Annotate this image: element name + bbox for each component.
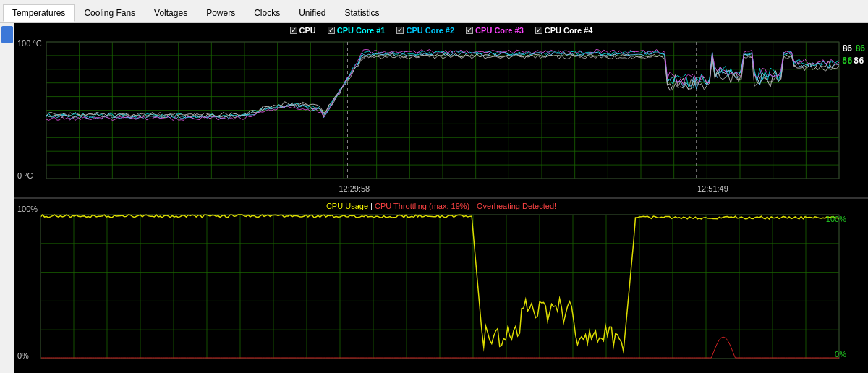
- tab-unified[interactable]: Unified: [289, 4, 335, 21]
- time-label-1: 12:29:58: [339, 184, 370, 193]
- sidebar-indicator: [1, 26, 13, 43]
- temp-legend: CPU CPU Core #1 CPU Core #2 CPU Core #3 …: [14, 26, 868, 35]
- usage-title-yellow: CPU Usage: [326, 202, 368, 210]
- usage-chart: CPU Usage | CPU Throttling (max: 19%) - …: [14, 199, 868, 373]
- legend-core4-label: CPU Core #4: [545, 26, 593, 35]
- usage-title: CPU Usage | CPU Throttling (max: 19%) - …: [14, 202, 868, 210]
- tab-cooling-fans[interactable]: Cooling Fans: [75, 4, 145, 21]
- legend-core1[interactable]: CPU Core #1: [328, 26, 386, 35]
- tab-voltages[interactable]: Voltages: [145, 4, 197, 21]
- tab-powers[interactable]: Powers: [197, 4, 244, 21]
- legend-core2-checkbox[interactable]: [396, 27, 404, 34]
- legend-cpu-label: CPU: [299, 26, 316, 35]
- legend-cpu[interactable]: CPU: [290, 26, 316, 35]
- charts-area: CPU CPU Core #1 CPU Core #2 CPU Core #3 …: [14, 23, 868, 373]
- usage-y-right-top: 100%: [826, 215, 846, 223]
- legend-core3[interactable]: CPU Core #3: [466, 26, 524, 35]
- legend-core4-checkbox[interactable]: [535, 27, 542, 34]
- tab-bar: Temperatures Cooling Fans Voltages Power…: [0, 0, 868, 23]
- current-value-white: 86: [843, 43, 852, 53]
- usage-title-red: CPU Throttling (max: 19%) - Overheating …: [375, 202, 556, 210]
- legend-cpu-checkbox[interactable]: [290, 27, 297, 34]
- main-content: CPU CPU Core #1 CPU Core #2 CPU Core #3 …: [0, 23, 868, 373]
- usage-y-right-bottom: 0%: [835, 350, 846, 359]
- legend-core4[interactable]: CPU Core #4: [535, 26, 593, 35]
- legend-core2[interactable]: CPU Core #2: [396, 26, 454, 35]
- tab-statistics[interactable]: Statistics: [336, 4, 389, 21]
- sidebar: [0, 23, 14, 373]
- legend-core3-checkbox[interactable]: [466, 27, 473, 34]
- usage-y-bottom: 0%: [17, 351, 29, 360]
- tab-temperatures[interactable]: Temperatures: [3, 4, 75, 22]
- temp-y-bottom: 0 °C: [17, 171, 33, 180]
- legend-core2-label: CPU Core #2: [406, 26, 454, 35]
- temp-y-top: 100 °C: [17, 39, 42, 48]
- tab-clocks[interactable]: Clocks: [244, 4, 289, 21]
- legend-core3-label: CPU Core #3: [475, 26, 524, 35]
- legend-core1-label: CPU Core #1: [337, 26, 386, 35]
- temp-chart: CPU CPU Core #1 CPU Core #2 CPU Core #3 …: [14, 23, 868, 199]
- time-label-2: 12:51:49: [697, 184, 728, 193]
- legend-core1-checkbox[interactable]: [328, 27, 335, 34]
- current-value-green: 86: [856, 43, 865, 53]
